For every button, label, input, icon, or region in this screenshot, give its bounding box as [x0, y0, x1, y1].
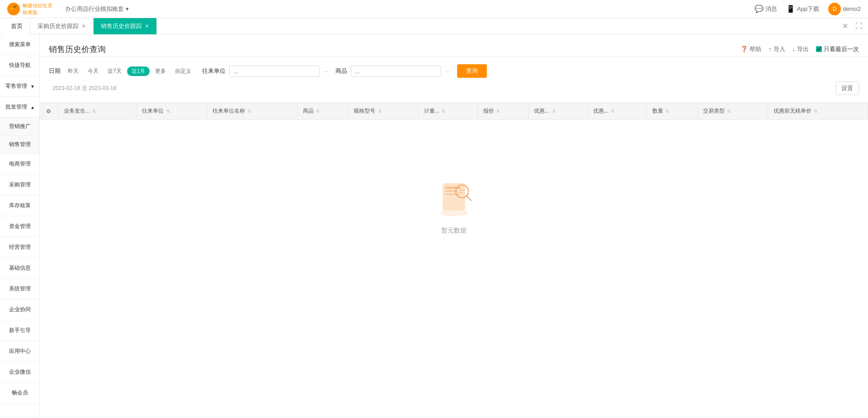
- empty-state: 暂元数据: [40, 120, 868, 289]
- only-last-checkbox[interactable]: [816, 46, 822, 52]
- logo-icon: 🍊: [7, 3, 20, 15]
- sort-icon-trade-type: ⇅: [727, 109, 731, 114]
- sidebar-item-search-menu[interactable]: 搜索菜单: [0, 34, 39, 55]
- col-biz-date[interactable]: 业务发生... ⇅: [58, 103, 137, 120]
- main-layout: 搜索菜单 快捷导航 零售管理 ▾ 批发管理 ▴ 营销推广 销售管理 电商管理 采…: [0, 34, 868, 418]
- help-icon: ❓: [741, 46, 748, 52]
- col-unit[interactable]: 计量... ⇅: [419, 103, 478, 120]
- partner-input[interactable]: [229, 66, 320, 77]
- sidebar: 搜索菜单 快捷导航 零售管理 ▾ 批发管理 ▴ 营销推广 销售管理 电商管理 采…: [0, 34, 40, 418]
- date-tab-more[interactable]: 更多: [151, 66, 170, 76]
- sidebar-item-quick-nav[interactable]: 快捷导航: [0, 55, 39, 76]
- table-container: ⚙ 业务发生... ⇅ 往来单位 ⇅ 往来单位名称 ⇅: [40, 103, 868, 289]
- product-filter-group: 商品 ···: [335, 66, 450, 77]
- sidebar-item-inventory[interactable]: 库存核算: [0, 195, 39, 216]
- col-partner-code[interactable]: 往来单位 ⇅: [137, 103, 207, 120]
- search-button[interactable]: 查询: [457, 64, 487, 78]
- sidebar-item-new-guide[interactable]: 新手引导: [0, 320, 39, 341]
- sidebar-item-wholesale-mgmt[interactable]: 批发管理 ▴: [0, 97, 39, 118]
- sidebar-item-member[interactable]: 畅会员: [0, 383, 39, 404]
- sidebar-item-enterprise[interactable]: 企业协同: [0, 299, 39, 320]
- app-download-action[interactable]: 📱 App下载: [786, 5, 819, 13]
- date-tab-last1m[interactable]: 近1月: [127, 66, 150, 76]
- sidebar-item-app-center[interactable]: 应用中心: [0, 341, 39, 362]
- header-right: 💬 消息 📱 App下载 D demo2: [755, 3, 861, 15]
- sort-icon-unit: ⇅: [442, 109, 445, 114]
- logo-text: 畅捷信好生意 标准版: [23, 2, 52, 15]
- col-discount2[interactable]: 优惠... ⇅: [587, 103, 646, 120]
- date-tab-custom[interactable]: 自定义: [171, 66, 195, 76]
- import-btn[interactable]: ↑ 导入: [769, 45, 785, 53]
- maximize-btn[interactable]: ⛶: [854, 20, 864, 32]
- tab-purchase-history[interactable]: 采购历史价跟踪 ✕: [30, 18, 94, 34]
- sidebar-item-purchase-mgmt[interactable]: 采购管理: [0, 175, 39, 195]
- close-tab-sales[interactable]: ✕: [145, 23, 149, 29]
- header-left: 🍊 畅捷信好生意 标准版 办公用品行业模拟账套 ▾: [7, 2, 129, 15]
- logo-area: 🍊 畅捷信好生意 标准版: [7, 2, 52, 15]
- sort-icon-discount1: ⇅: [552, 109, 556, 114]
- col-partner-name[interactable]: 往来单位名称 ⇅: [207, 103, 297, 120]
- sort-icon-partner-name: ⇅: [248, 109, 251, 114]
- chevron-down-icon: ▾: [31, 83, 34, 90]
- workspace-dropdown[interactable]: 办公用品行业模拟账套 ▾: [65, 5, 129, 13]
- sidebar-item-marketing[interactable]: 营销推广: [0, 118, 39, 136]
- sidebar-item-basic-info[interactable]: 基础信息: [0, 258, 39, 279]
- col-trade-type[interactable]: 交易类型 ⇅: [698, 103, 768, 120]
- product-label: 商品: [335, 67, 347, 75]
- sidebar-item-sales-mgmt[interactable]: 销售管理: [0, 136, 39, 154]
- date-range-display: 2023-02-18 至 2023-03-18: [52, 85, 116, 92]
- svg-line-6: [467, 196, 471, 200]
- close-tab-purchase[interactable]: ✕: [81, 23, 86, 29]
- date-filter-group: 日期 昨天 今天 近7天 近1月 更多 自定义: [49, 66, 195, 76]
- sidebar-item-finance[interactable]: 资金管理: [0, 216, 39, 237]
- tab-sales-history[interactable]: 销售历史价跟踪 ✕: [94, 18, 157, 34]
- export-btn[interactable]: ↓ 导出: [793, 45, 809, 53]
- sidebar-item-corp-wechat[interactable]: 企业微信: [0, 362, 39, 383]
- import-icon: ↑: [769, 46, 772, 52]
- date-tab-today[interactable]: 今天: [84, 66, 102, 76]
- col-quote[interactable]: 报价 ⇅: [477, 103, 528, 120]
- sidebar-item-retail-mgmt[interactable]: 零售管理 ▾: [0, 76, 39, 97]
- page-header-actions: ❓ 帮助 ↑ 导入 ↓ 导出 只看最后一次: [741, 45, 859, 53]
- sidebar-item-ecommerce[interactable]: 电商管理: [0, 154, 39, 175]
- col-no-tax-price[interactable]: 优惠前无税单价 ⇅: [768, 103, 868, 120]
- settings-button[interactable]: 设置: [835, 81, 859, 95]
- message-action[interactable]: 💬 消息: [755, 5, 777, 13]
- sidebar-item-sys-mgmt[interactable]: 系统管理: [0, 279, 39, 299]
- col-qty[interactable]: 数量 ⇅: [646, 103, 698, 120]
- sort-icon-spec: ⇅: [378, 109, 382, 114]
- mobile-icon: 📱: [786, 5, 795, 13]
- tab-home[interactable]: 首页: [4, 18, 30, 34]
- only-last-label[interactable]: 只看最后一次: [824, 45, 859, 53]
- col-settings[interactable]: ⚙: [40, 103, 58, 120]
- help-btn[interactable]: ❓ 帮助: [741, 45, 761, 53]
- avatar: D: [828, 3, 841, 15]
- col-product[interactable]: 商品 ⇅: [297, 103, 348, 120]
- col-discount1[interactable]: 优惠... ⇅: [528, 103, 588, 120]
- message-icon: 💬: [755, 5, 764, 13]
- sort-icon-no-tax-price: ⇅: [814, 109, 817, 114]
- date-tab-last7[interactable]: 近7天: [104, 66, 125, 76]
- close-all-tabs-btn[interactable]: ✕: [840, 20, 850, 32]
- table-header-row: ⚙ 业务发生... ⇅ 往来单位 ⇅ 往来单位名称 ⇅: [40, 103, 868, 120]
- date-label: 日期: [49, 67, 61, 75]
- product-input[interactable]: [351, 66, 441, 77]
- col-spec[interactable]: 规格型号 ⇅: [348, 103, 419, 120]
- only-last-checkbox-group: 只看最后一次: [816, 45, 859, 53]
- content-area: 销售历史价查询 ❓ 帮助 ↑ 导入 ↓ 导出: [40, 34, 868, 418]
- chevron-up-icon: ▴: [31, 104, 34, 110]
- page-header: 销售历史价查询 ❓ 帮助 ↑ 导入 ↓ 导出: [40, 34, 868, 57]
- date-tab-yesterday[interactable]: 昨天: [64, 66, 82, 76]
- chevron-down-icon: ▾: [126, 5, 129, 12]
- sidebar-item-ops-mgmt[interactable]: 经营管理: [0, 237, 39, 258]
- partner-label: 往来单位: [202, 67, 226, 75]
- partner-picker-btn[interactable]: ···: [323, 68, 328, 75]
- empty-text: 暂元数据: [441, 227, 467, 235]
- filter-bar: 日期 昨天 今天 近7天 近1月 更多 自定义 往来单位 ··: [40, 57, 868, 103]
- data-table: ⚙ 业务发生... ⇅ 往来单位 ⇅ 往来单位名称 ⇅: [40, 103, 868, 120]
- user-profile[interactable]: D demo2: [828, 3, 861, 15]
- sort-icon-biz-date: ⇅: [92, 109, 96, 114]
- sort-icon-qty: ⇅: [665, 109, 669, 114]
- date-tabs: 昨天 今天 近7天 近1月 更多 自定义: [64, 66, 195, 76]
- product-picker-btn[interactable]: ···: [445, 68, 450, 75]
